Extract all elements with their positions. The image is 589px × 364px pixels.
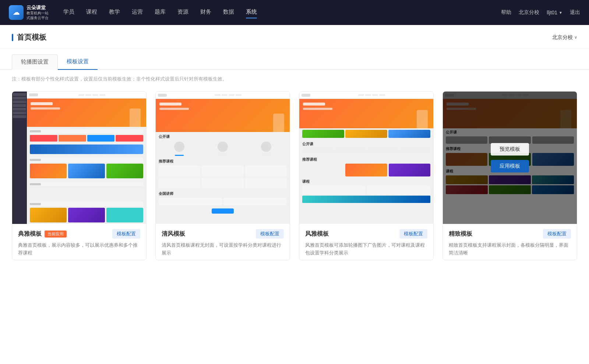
template-preview-light: 公开课 — [156, 92, 290, 224]
config-button-elegant[interactable]: 模板配置 — [399, 229, 427, 239]
preview-banner-elegant — [299, 99, 433, 128]
template-footer-classic: 典雅模板 当前应用 模板配置 典雅首页模板，展示内容较多，可以展示优惠券和多个推… — [12, 224, 146, 260]
template-name-row-elegant: 风雅模板 模板配置 — [305, 229, 427, 239]
template-overlay-refined: 预览模板 应用模板 — [443, 92, 577, 224]
tab-slideshow[interactable]: 轮播图设置 — [12, 54, 58, 70]
nav-item-system[interactable]: 系统 — [246, 8, 257, 17]
preview-header-elegant — [299, 92, 433, 99]
template-desc-refined: 精致首页模板支持课程展示封面，各模板分隔明显，界面简洁清晰 — [449, 242, 571, 257]
preview-button-refined[interactable]: 预览模板 — [491, 143, 529, 156]
template-desc-classic: 典雅首页模板，展示内容较多，可以展示优惠券和多个推荐课程 — [18, 242, 140, 257]
template-desc-elegant: 风雅首页模板可添加轮播图下广告图片，可对课程及课程包设置学科分类展示 — [305, 242, 427, 257]
template-grid: 预览模板 应用模板 典雅模板 当前应用 模板配置 典雅首页模板，展示内容较多，可… — [0, 88, 589, 275]
template-card-refined[interactable]: 公开课 推荐课程 课程 — [442, 91, 577, 260]
current-badge: 当前应用 — [45, 231, 67, 238]
template-name-elegant: 风雅模板 — [305, 230, 329, 238]
page-header: 首页模板 北京分校 ∨ — [0, 25, 589, 49]
template-name-row-refined: 精致模板 模板配置 — [449, 229, 571, 239]
preview-sidebar — [12, 92, 27, 224]
nav-item-finance[interactable]: 财务 — [200, 8, 211, 17]
nav-item-questions[interactable]: 题库 — [155, 8, 166, 17]
nav-item-courses[interactable]: 课程 — [86, 8, 97, 17]
logo-text: 云朵课堂 教育机构一站 式服务云平台 — [27, 5, 49, 21]
page-content: 首页模板 北京分校 ∨ 轮播图设置 模板设置 注：模板有部分个性化样式设置，设置… — [0, 25, 589, 364]
logo-icon: ☁ — [9, 5, 24, 20]
tabs-bar: 轮播图设置 模板设置 — [0, 54, 589, 70]
template-footer-elegant: 风雅模板 模板配置 风雅首页模板可添加轮播图下广告图片，可对课程及课程包设置学科… — [299, 224, 433, 260]
branch-selector[interactable]: 北京分校 ∨ — [552, 34, 577, 41]
nav-menu: 学员 课程 教学 运营 题库 资源 财务 数据 系统 — [63, 8, 501, 17]
template-footer-light: 清风模板 模板配置 清风首页模板课程无封面，可设置按学科分类对课程进行展示 — [156, 224, 290, 260]
navbar: ☁ 云朵课堂 教育机构一站 式服务云平台 学员 课程 教学 运营 题库 资源 财… — [0, 0, 589, 25]
template-card-elegant[interactable]: 公开课 推荐课程 课程 — [299, 91, 434, 260]
nav-item-data[interactable]: 数据 — [223, 8, 234, 17]
user-dropdown[interactable]: lljt01 ▼ — [547, 10, 562, 15]
branch-link[interactable]: 北京分校 — [519, 9, 539, 16]
preview-banner — [27, 99, 146, 127]
config-button-light[interactable]: 模板配置 — [256, 229, 284, 239]
logo[interactable]: ☁ 云朵课堂 教育机构一站 式服务云平台 — [9, 5, 49, 21]
template-card-light[interactable]: 公开课 — [155, 91, 290, 260]
template-name-row-classic: 典雅模板 当前应用 模板配置 — [18, 229, 140, 239]
template-name-row-light: 清风模板 模板配置 — [162, 229, 284, 239]
nav-item-resources[interactable]: 资源 — [177, 8, 188, 17]
branch-dropdown-arrow: ∨ — [574, 35, 577, 40]
nav-right: 帮助 北京分校 lljt01 ▼ 退出 — [501, 9, 580, 16]
config-button-refined[interactable]: 模板配置 — [543, 229, 571, 239]
preview-main — [27, 92, 146, 224]
template-preview-elegant: 公开课 推荐课程 课程 — [299, 92, 433, 224]
note-bar: 注：模板有部分个性化样式设置，设置后仅当前模板生效；非个性化样式设置后只针对所有… — [0, 70, 589, 88]
preview-header-light — [156, 92, 290, 99]
template-name-refined: 精致模板 — [449, 230, 472, 238]
template-preview-classic: 预览模板 应用模板 — [12, 92, 146, 224]
template-preview-refined: 公开课 推荐课程 课程 — [443, 92, 577, 224]
config-button-classic[interactable]: 模板配置 — [112, 229, 140, 239]
template-footer-refined: 精致模板 模板配置 精致首页模板支持课程展示封面，各模板分隔明显，界面简洁清晰 — [443, 224, 577, 260]
template-card-classic[interactable]: 预览模板 应用模板 典雅模板 当前应用 模板配置 典雅首页模板，展示内容较多，可… — [12, 91, 147, 260]
help-link[interactable]: 帮助 — [501, 9, 511, 16]
nav-item-operations[interactable]: 运营 — [132, 8, 143, 17]
preview-banner2 — [30, 144, 143, 154]
template-desc-light: 清风首页模板课程无封面，可设置按学科分类对课程进行展示 — [162, 242, 284, 257]
user-dropdown-arrow: ▼ — [559, 11, 562, 15]
nav-item-teaching[interactable]: 教学 — [109, 8, 120, 17]
apply-button-refined[interactable]: 应用模板 — [491, 160, 529, 172]
nav-item-students[interactable]: 学员 — [63, 8, 74, 17]
tab-template[interactable]: 模板设置 — [58, 54, 98, 70]
template-name-classic: 典雅模板 当前应用 — [18, 230, 67, 238]
logout-link[interactable]: 退出 — [570, 9, 580, 16]
preview-banner-light — [156, 99, 290, 132]
template-name-light: 清风模板 — [162, 230, 185, 238]
page-title: 首页模板 — [12, 32, 46, 42]
preview-header — [27, 92, 146, 99]
